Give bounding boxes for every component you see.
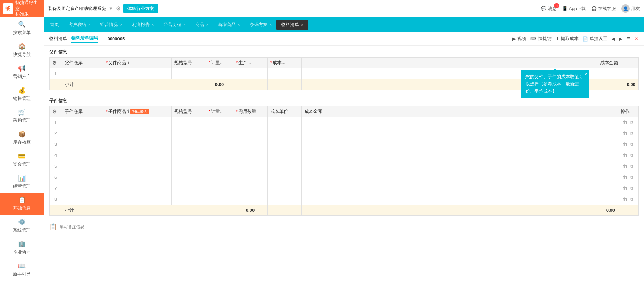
nav-next[interactable]: ▶ <box>619 36 622 42</box>
delete-icon[interactable]: 🗑 <box>623 185 628 191</box>
child-unit-cost-cell[interactable] <box>268 128 302 139</box>
child-warehouse-cell[interactable] <box>62 150 103 161</box>
child-product-cell[interactable] <box>103 117 172 128</box>
delete-icon[interactable]: 🗑 <box>623 174 628 180</box>
child-unit-cost-cell[interactable] <box>268 150 302 161</box>
breadcrumb-bom[interactable]: 物料清单 <box>49 36 67 42</box>
nav-tab-bom[interactable]: 物料清单 × <box>276 20 308 30</box>
tab-close-history[interactable]: × <box>183 23 185 27</box>
view-action[interactable]: ▶ 视频 <box>512 36 526 42</box>
child-unit-cell[interactable] <box>206 183 233 194</box>
nav-tab-profit-report[interactable]: 利润报告 × <box>127 20 159 30</box>
child-spec-cell[interactable] <box>172 117 206 128</box>
child-unit-cost-cell[interactable] <box>268 117 302 128</box>
child-qty-cell[interactable] <box>233 139 268 150</box>
sidebar-item-quick-nav[interactable]: 🏠 快捷导航 <box>0 39 44 61</box>
sidebar-item-sales[interactable]: 💰 销售管理 <box>0 83 44 105</box>
child-qty-cell[interactable] <box>233 150 268 161</box>
scan-badge[interactable]: 扫码录入 <box>130 109 149 114</box>
child-qty-cell[interactable] <box>233 183 268 194</box>
child-spec-cell[interactable] <box>172 139 206 150</box>
child-col-settings-icon[interactable]: ⚙ <box>52 109 57 114</box>
settings-icon[interactable]: ⚙ <box>116 5 121 12</box>
child-warehouse-cell[interactable] <box>62 139 103 150</box>
child-unit-cell[interactable] <box>206 139 233 150</box>
sidebar-item-search[interactable]: 🔍 搜索菜单 <box>0 17 44 39</box>
child-unit-cell[interactable] <box>206 172 233 183</box>
tab-close-barcode[interactable]: × <box>270 23 272 27</box>
copy-icon[interactable]: ⧉ <box>630 141 633 147</box>
tab-close-operations-status[interactable]: × <box>120 23 122 27</box>
sidebar-item-system[interactable]: ⚙️ 系统管理 <box>0 215 44 237</box>
child-unit-cell[interactable] <box>206 150 233 161</box>
view-list[interactable]: ☰ <box>627 36 631 42</box>
child-warehouse-cell[interactable] <box>62 117 103 128</box>
parent-spec-cell[interactable] <box>172 68 206 79</box>
child-product-cell[interactable] <box>103 139 172 150</box>
messages-action[interactable]: 💬 消息 5 <box>541 5 557 12</box>
child-qty-cell[interactable] <box>233 128 268 139</box>
child-unit-cost-cell[interactable] <box>268 161 302 172</box>
tab-close-new-product[interactable]: × <box>238 23 240 27</box>
child-unit-cell[interactable] <box>206 161 233 172</box>
trial-button[interactable]: 体验行业方案 <box>123 4 158 13</box>
tab-close-products[interactable]: × <box>206 23 208 27</box>
delete-icon[interactable]: 🗑 <box>623 196 628 202</box>
nav-tab-history[interactable]: 经营历程 × <box>159 20 190 30</box>
child-spec-cell[interactable] <box>172 172 206 183</box>
online-service-action[interactable]: 🎧 在线客服 <box>591 5 616 12</box>
sidebar-item-operations[interactable]: 📊 经营管理 <box>0 171 44 193</box>
child-spec-cell[interactable] <box>172 183 206 194</box>
child-qty-cell[interactable] <box>233 194 268 205</box>
tab-close-profit-report[interactable]: × <box>152 23 154 27</box>
parent-unit-cell[interactable] <box>206 68 233 79</box>
child-unit-cell[interactable] <box>206 194 233 205</box>
nav-tab-barcode[interactable]: 条码方案 × <box>245 20 276 30</box>
sidebar-item-basic-info[interactable]: 📋 基础信息 <box>0 193 44 215</box>
delete-icon[interactable]: 🗑 <box>623 130 628 136</box>
child-spec-cell[interactable] <box>172 194 206 205</box>
close-window[interactable]: ✕ <box>635 36 639 42</box>
shortcut-action[interactable]: ⌨ 快捷键 <box>530 36 552 42</box>
child-spec-cell[interactable] <box>172 128 206 139</box>
single-setting-action[interactable]: 📄 单据设置 <box>583 36 607 42</box>
child-product-cell[interactable] <box>103 183 172 194</box>
child-qty-cell[interactable] <box>233 161 268 172</box>
sidebar-item-finance[interactable]: 💳 资金管理 <box>0 149 44 171</box>
parent-cost-cell[interactable] <box>268 68 302 79</box>
child-product-cell[interactable] <box>103 161 172 172</box>
child-product-cell[interactable] <box>103 150 172 161</box>
nav-tab-products[interactable]: 商品 × <box>190 20 213 30</box>
user-menu[interactable]: 👤 用友 <box>621 4 640 13</box>
copy-icon[interactable]: ⧉ <box>630 196 633 202</box>
breadcrumb-bom-detail[interactable]: 物料清单编码 <box>71 35 98 43</box>
child-spec-cell[interactable] <box>172 150 206 161</box>
tab-close-customers[interactable]: × <box>88 23 90 27</box>
delete-icon[interactable]: 🗑 <box>623 163 628 169</box>
parent-prod-cell[interactable] <box>233 68 268 79</box>
nav-tab-operations-status[interactable]: 经营情况 × <box>95 20 127 30</box>
nav-tab-customers[interactable]: 客户联络 × <box>64 20 95 30</box>
child-unit-cost-cell[interactable] <box>268 183 302 194</box>
tooltip-close-button[interactable]: × <box>585 71 587 78</box>
nav-prev[interactable]: ◀ <box>611 36 615 42</box>
sidebar-item-purchase[interactable]: 🛒 采购管理 <box>0 105 44 127</box>
delete-icon[interactable]: 🗑 <box>623 152 628 158</box>
nav-tab-home[interactable]: 首页 <box>45 20 64 30</box>
nav-tab-new-product[interactable]: 新增商品 × <box>213 20 245 30</box>
copy-icon[interactable]: ⧉ <box>630 185 633 191</box>
child-qty-cell[interactable] <box>233 117 268 128</box>
delete-icon[interactable]: 🗑 <box>623 119 628 125</box>
sidebar-item-inventory[interactable]: 📦 库存核算 <box>0 127 44 149</box>
sidebar-item-guide[interactable]: 📖 新手引导 <box>0 259 44 281</box>
child-warehouse-cell[interactable] <box>62 172 103 183</box>
child-unit-cost-cell[interactable] <box>268 194 302 205</box>
child-qty-cell[interactable] <box>233 172 268 183</box>
parent-product-cell[interactable] <box>103 68 172 79</box>
extract-cost-action[interactable]: ⬆ 提取成本 <box>556 36 579 42</box>
copy-icon[interactable]: ⧉ <box>630 174 633 180</box>
child-product-cell[interactable] <box>103 172 172 183</box>
child-product-cell[interactable] <box>103 128 172 139</box>
copy-icon[interactable]: ⧉ <box>630 163 633 169</box>
system-title-arrow[interactable]: ▼ <box>109 6 113 11</box>
